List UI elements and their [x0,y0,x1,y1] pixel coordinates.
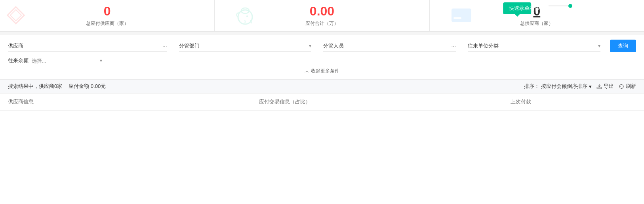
total-suppliers-label: 总供应商（家） [520,20,553,27]
collapse-section: ︿ 收起更多条件 [8,68,636,74]
department-label: 分管部门 [179,42,200,50]
results-left: 搜索结果中，供应商0家 应付金额 0.00元 [8,83,106,90]
svg-rect-8 [597,87,602,89]
supplier-dots[interactable]: ··· [162,43,167,49]
money-icon [234,4,256,27]
table-col-supplier-info: 供应商信息 [8,98,259,105]
tooltip-dot [568,4,572,8]
sort-value: 按应付会额倒序排序 [541,83,587,90]
refresh-label: 刷新 [626,83,636,90]
table-header: 供应商信息 应付交易信息（占比） 上次付款 [0,93,644,111]
table-col-last-payment: 上次付款 [511,98,636,105]
export-label: 导出 [604,83,614,90]
department-input[interactable] [203,43,308,49]
results-bar: 搜索结果中，供应商0家 应付金额 0.00元 排序： 按应付会额倒序排序 ▾ 导… [0,80,644,93]
sort-button[interactable]: 排序： 按应付会额倒序排序 ▾ [524,83,592,90]
supplier-input[interactable] [27,43,161,49]
col3-label: 上次付款 [511,99,531,105]
page-container: 0 总应付供应商（家） 0.00 应付合计（万） [0,0,644,204]
filter-unit-category: 往来单位分类 ▾ [468,41,600,51]
manager-dots[interactable]: ··· [452,43,456,49]
card-icon [450,5,473,26]
sort-label: 排序： [524,83,539,90]
unit-category-label: 往来单位分类 [468,42,499,50]
top-stats-bar: 0 总应付供应商（家） 0.00 应付合计（万） [0,0,644,32]
unit-category-arrow-icon[interactable]: ▾ [598,43,600,49]
table-body [0,111,644,204]
unit-category-input[interactable] [502,43,596,49]
table-col-transaction-info: 应付交易信息（占比） [259,98,510,105]
tooltip-close-icon[interactable]: × [579,5,582,11]
export-button[interactable]: 导出 [596,83,614,90]
sort-arrow-icon: ▾ [589,84,592,90]
filter-row-1: 供应商 ··· 分管部门 ▾ 分管人员 ··· 往来单位分类 ▾ [8,40,636,52]
balance-input[interactable] [32,58,98,64]
collapse-icon: ︿ [305,68,309,74]
tooltip-bubble: 快速录单的快捷键说明在这里 × [503,2,532,14]
manager-label: 分管人员 [323,42,344,50]
tooltip-line [549,6,568,6]
payable-suppliers-label: 总应付供应商（家） [86,20,129,27]
payable-total-number: 0.00 [310,4,334,18]
search-result-text: 搜索结果中，供应商0家 [8,83,62,90]
stat-payable-suppliers: 0 总应付供应商（家） [0,0,215,31]
refresh-icon [619,84,624,89]
filter-supplier: 供应商 ··· [8,41,167,51]
balance-label: 往来余额 [8,57,29,64]
stat-payable-total: 0.00 应付合计（万） [215,0,429,31]
stat-total-suppliers: 快速录单的快捷键说明在这里 × 0 总供应商（家） [430,0,644,31]
filter-department: 分管部门 ▾ [179,41,312,51]
payable-suppliers-number: 0 [104,4,111,18]
svg-rect-7 [453,17,461,19]
svg-rect-6 [452,12,471,15]
supplier-label: 供应商 [8,42,23,50]
filter-row-2: 往来余额 ▾ [8,55,636,66]
payable-total-label: 应付合计（万） [305,20,339,27]
filter-balance: 往来余额 ▾ [8,55,95,66]
filter-manager: 分管人员 ··· [323,41,456,51]
svg-point-4 [246,15,248,17]
results-right: 排序： 按应付会额倒序排序 ▾ 导出 刷新 [524,83,636,90]
balance-arrow-icon[interactable]: ▾ [100,58,102,63]
filter-area: 供应商 ··· 分管部门 ▾ 分管人员 ··· 往来单位分类 ▾ [0,35,644,80]
collapse-button[interactable]: ︿ 收起更多条件 [298,68,346,74]
refresh-button[interactable]: 刷新 [619,83,636,90]
search-button[interactable]: 查询 [610,40,636,52]
department-arrow-icon[interactable]: ▾ [309,43,311,49]
diamond-logo-icon [6,5,26,26]
payable-amount-text: 应付金额 0.00元 [69,83,106,90]
col2-label: 应付交易信息（占比） [259,99,311,105]
export-icon [596,84,602,89]
col1-label: 供应商信息 [8,99,34,105]
manager-input[interactable] [347,43,450,49]
collapse-label: 收起更多条件 [311,68,339,74]
